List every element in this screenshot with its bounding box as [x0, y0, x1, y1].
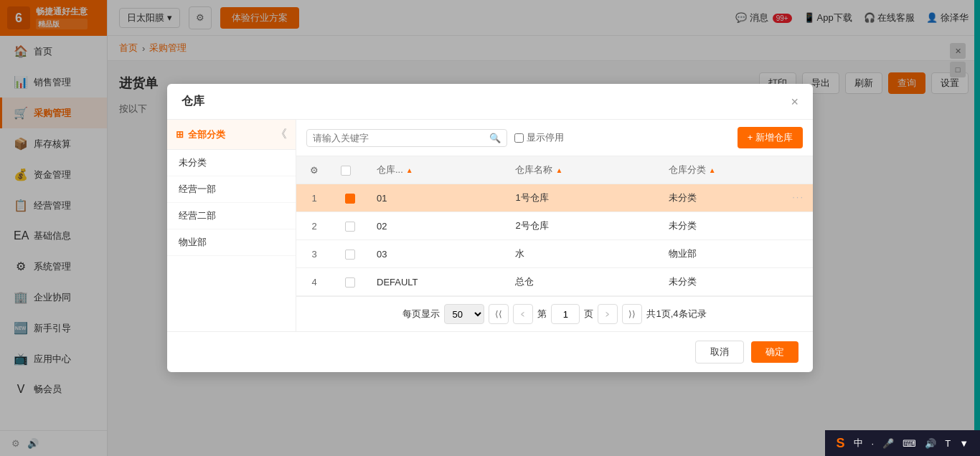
table-row[interactable]: 3 03 水 物业部 — [296, 240, 813, 268]
col-name: 仓库名称 ▲ — [507, 156, 659, 184]
row-code: 03 — [368, 240, 507, 268]
table-panel: 🔍 显示停用 + 新增仓库 ⚙ — [296, 120, 813, 331]
show-disabled-label[interactable]: 显示停用 — [514, 131, 564, 144]
col-code: 仓库... ▲ — [368, 156, 507, 184]
page-number-input[interactable] — [551, 304, 580, 324]
row-check-2[interactable] — [345, 222, 355, 232]
first-page-button[interactable]: ⟨⟨ — [489, 304, 509, 324]
row-checkbox[interactable] — [332, 240, 368, 268]
category-list: 未分类经营一部经营二部物业部 — [167, 150, 296, 331]
page-label: 第 — [537, 308, 547, 320]
s-logo: S — [837, 436, 845, 451]
warehouse-table: ⚙ 仓库... ▲ 仓库名称 — [296, 156, 813, 296]
mic-icon[interactable]: 🎤 — [882, 438, 894, 449]
warehouse-modal: 仓库 × ⊞ 全部分类 《 未分类经营一部经营二部物业部 — [167, 84, 813, 372]
total-label: 共1页,4条记录 — [646, 308, 706, 320]
last-page-button[interactable]: ⟩⟩ — [622, 304, 642, 324]
confirm-button[interactable]: 确定 — [751, 341, 798, 363]
cat-item-uncat[interactable]: 未分类 — [167, 150, 296, 176]
row-checkbox[interactable] — [332, 268, 368, 296]
grid-icon: ⊞ — [176, 129, 184, 140]
header-checkbox[interactable] — [341, 166, 351, 176]
row-num: 4 — [296, 268, 332, 296]
col-settings[interactable]: ⚙ — [296, 156, 332, 184]
next-page-button[interactable]: ﹥ — [598, 304, 618, 324]
row-code: 01 — [368, 184, 507, 212]
row-num: 3 — [296, 240, 332, 268]
row-category: 未分类··· — [660, 184, 813, 212]
bottom-bar: S 中 · 🎤 ⌨ 🔊 T ▼ — [825, 430, 980, 456]
row-num: 2 — [296, 212, 332, 240]
row-category: 未分类 — [660, 212, 813, 240]
page-suffix: 页 — [584, 308, 593, 320]
chinese-input-icon[interactable]: 中 — [854, 437, 863, 450]
col-name-label: 仓库名称 — [515, 163, 552, 176]
row-check-4[interactable] — [345, 277, 355, 288]
row-checkbox[interactable] — [332, 184, 368, 212]
table-row[interactable]: 4 DEFAULT 总仓 未分类 — [296, 268, 813, 296]
collapse-icon[interactable]: 《 — [275, 127, 287, 142]
row-num: 1 — [296, 184, 332, 212]
search-icon: 🔍 — [489, 133, 501, 143]
table-row[interactable]: 2 02 2号仓库 未分类 — [296, 212, 813, 240]
row-name: 1号仓库 — [507, 184, 659, 212]
new-warehouse-button[interactable]: + 新增仓库 — [738, 127, 803, 148]
modal-body: ⊞ 全部分类 《 未分类经营一部经营二部物业部 🔍 — [167, 120, 813, 331]
sort-name-icon[interactable]: ▲ — [555, 166, 562, 174]
modal-header: 仓库 × — [167, 84, 813, 120]
sound-icon[interactable]: 🔊 — [925, 438, 936, 449]
prev-page-button[interactable]: ﹤ — [513, 304, 533, 324]
search-box: 🔍 — [306, 129, 507, 147]
modal-title: 仓库 — [182, 94, 204, 109]
dot-icon: · — [872, 438, 875, 449]
down-arrow-icon[interactable]: ▼ — [959, 438, 969, 449]
modal-overlay: 仓库 × ⊞ 全部分类 《 未分类经营一部经营二部物业部 — [0, 0, 980, 456]
row-name: 总仓 — [507, 268, 659, 296]
per-page-label: 每页显示 — [402, 308, 440, 320]
category-panel: ⊞ 全部分类 《 未分类经营一部经营二部物业部 — [167, 120, 296, 331]
row-check-3[interactable] — [345, 250, 355, 260]
col-category-label: 仓库分类 — [669, 163, 706, 176]
sort-code-icon[interactable]: ▲ — [406, 166, 413, 174]
modal-close-button[interactable]: × — [791, 95, 798, 108]
row-name: 水 — [507, 240, 659, 268]
cat-item-prop[interactable]: 物业部 — [167, 229, 296, 256]
row-name: 2号仓库 — [507, 212, 659, 240]
row-category: 未分类 — [660, 268, 813, 296]
sort-category-icon[interactable]: ▲ — [709, 166, 716, 174]
cat-item-biz2[interactable]: 经营二部 — [167, 203, 296, 229]
cancel-button[interactable]: 取消 — [695, 341, 744, 364]
row-check-1[interactable] — [345, 194, 355, 204]
table-toolbar: 🔍 显示停用 + 新增仓库 — [296, 120, 813, 156]
all-categories-title[interactable]: ⊞ 全部分类 — [176, 128, 225, 141]
pagination: 每页显示 50 10 20 100 ⟨⟨ ﹤ 第 页 ﹥ ⟩⟩ 共1页,4条记录 — [296, 296, 813, 331]
table-row[interactable]: 1 01 1号仓库 未分类··· — [296, 184, 813, 212]
row-code: 02 — [368, 212, 507, 240]
cat-item-biz1[interactable]: 经营一部 — [167, 176, 296, 203]
row-checkbox[interactable] — [332, 212, 368, 240]
row-code: DEFAULT — [368, 268, 507, 296]
modal-footer: 取消 确定 — [167, 331, 813, 372]
per-page-select[interactable]: 50 10 20 100 — [444, 304, 484, 324]
col-code-label: 仓库... — [377, 163, 403, 176]
col-category: 仓库分类 ▲ — [660, 156, 813, 184]
row-category: 物业部 — [660, 240, 813, 268]
show-disabled-checkbox[interactable] — [514, 133, 524, 143]
text-t-icon[interactable]: T — [945, 438, 951, 449]
keyboard-icon[interactable]: ⌨ — [903, 438, 916, 449]
row-actions-1[interactable]: ··· — [792, 191, 804, 202]
search-input[interactable] — [313, 133, 485, 143]
category-header: ⊞ 全部分类 《 — [167, 120, 296, 150]
col-checkbox[interactable] — [332, 156, 368, 184]
